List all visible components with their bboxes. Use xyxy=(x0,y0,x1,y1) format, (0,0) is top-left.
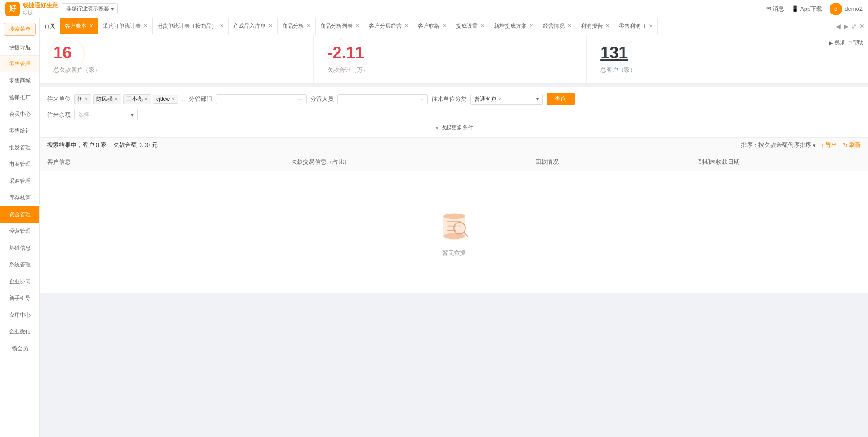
no-data-illustration xyxy=(432,207,477,243)
tab-goods-analysis-list[interactable]: 商品分析列表 ✕ xyxy=(316,18,364,34)
empty-icon xyxy=(432,207,477,243)
sidebar-item-vip[interactable]: 畅会员 xyxy=(0,340,39,357)
main-layout: 搜索菜单 快捷导航 零售管理 零售商城 营销推广 会员中心 零售统计 批发管理 … xyxy=(0,18,868,437)
tab-arrow-left[interactable]: ◀ xyxy=(834,23,842,30)
chevron-up-icon: ∧ xyxy=(435,125,439,131)
tab-production[interactable]: 产成品入库单 ✕ xyxy=(229,18,278,34)
filter-more-btn[interactable]: ... xyxy=(180,96,185,103)
tab-home[interactable]: 首页 xyxy=(40,18,60,34)
sidebar-item-finance[interactable]: 资金管理 xyxy=(0,206,39,223)
tab-close-operation-status[interactable]: ✕ xyxy=(567,23,571,29)
tab-profit-report[interactable]: 利润报告 ✕ xyxy=(576,18,614,34)
sort-select[interactable]: 排序：按欠款金额倒序排序 ▾ xyxy=(741,141,816,149)
top-bar-right: ✉ 消息 📱 App下载 d demo2 xyxy=(766,3,863,15)
col-due-date: 到期未收款日期 xyxy=(698,158,861,166)
tab-purchase-order[interactable]: 采购订单统计表 ✕ xyxy=(98,18,153,34)
top-bar-left: 好 畅捷通好生意 标版 母婴行业演示账套 ▾ xyxy=(5,2,118,16)
unit-type-tag-close[interactable]: ✕ xyxy=(498,96,502,102)
download-icon: 📱 xyxy=(791,5,799,12)
sidebar-item-retail-stat[interactable]: 零售统计 xyxy=(0,123,39,139)
tab-new-promotion[interactable]: 新增提成方案 ✕ xyxy=(489,18,538,34)
search-result-bar: 搜索结果中，客户 0 家 欠款金额 0.00 元 排序：按欠款金额倒序排序 ▾ … xyxy=(40,138,868,153)
sidebar-item-marketing[interactable]: 营销推广 xyxy=(0,89,39,106)
refresh-button[interactable]: ↻ 刷新 xyxy=(843,141,861,149)
tab-close-goods-analysis-list[interactable]: ✕ xyxy=(355,23,360,29)
tag-wu-close[interactable]: ✕ xyxy=(84,96,88,102)
tab-goods-analysis[interactable]: 商品分析 ✕ xyxy=(278,18,316,34)
tab-close-production[interactable]: ✕ xyxy=(269,23,273,29)
sidebar-item-retail[interactable]: 零售管理 xyxy=(0,56,39,72)
balance-filter-select[interactable]: 选择... ▾ xyxy=(74,109,138,120)
tab-retail-profit[interactable]: 零售利润（ ✕ xyxy=(614,18,658,34)
tab-bar: 首页 客户账本 ✕ 采购订单统计表 ✕ 进货单统计表（按商品） ✕ 产成品入库单… xyxy=(40,18,868,34)
tab-close-purchase-order[interactable]: ✕ xyxy=(144,23,148,29)
sidebar-item-enterprise-wx[interactable]: 企业微信 xyxy=(0,323,39,340)
tab-close-new-promotion[interactable]: ✕ xyxy=(529,23,533,29)
dept-more-icon: ··· xyxy=(298,96,302,102)
sidebar-item-operation[interactable]: 经营管理 xyxy=(0,223,39,240)
tab-promotion-settings[interactable]: 提成设置 ✕ xyxy=(451,18,489,34)
tab-close-customer-contact[interactable]: ✕ xyxy=(442,23,446,29)
tab-customer-contact[interactable]: 客户联络 ✕ xyxy=(413,18,451,34)
sidebar-item-ecommerce[interactable]: 电商管理 xyxy=(0,156,39,173)
tab-accounts[interactable]: 客户账本 ✕ xyxy=(60,18,98,34)
content-area: 首页 客户账本 ✕ 采购订单统计表 ✕ 进货单统计表（按商品） ✕ 产成品入库单… xyxy=(40,18,868,437)
account-selector[interactable]: 母婴行业演示账套 ▾ xyxy=(62,3,118,14)
tab-close-purchase-stat[interactable]: ✕ xyxy=(220,23,224,29)
tab-maximize[interactable]: ⤢ xyxy=(850,23,858,30)
tab-arrow-right[interactable]: ▶ xyxy=(842,23,850,30)
sidebar-item-new-guide[interactable]: 新手引导 xyxy=(0,290,39,307)
diamond-bg-icon: ✦ xyxy=(323,37,359,73)
search-menu-button[interactable]: 搜索菜单 xyxy=(4,23,36,36)
sidebar-item-app-center[interactable]: 应用中心 xyxy=(0,307,39,323)
svg-rect-10 xyxy=(621,59,624,63)
unit-type-select[interactable]: 普通客户 ✕ ▾ xyxy=(470,94,543,105)
query-button[interactable]: 查询 xyxy=(547,93,575,105)
tab-close-promotion-settings[interactable]: ✕ xyxy=(480,23,484,29)
tab-close-all[interactable]: ✕ xyxy=(858,23,866,30)
svg-rect-7 xyxy=(605,57,609,61)
tag-cjttcw-close[interactable]: ✕ xyxy=(171,96,175,102)
table-header: 客户信息 欠款交易信息（占比） 回款情况 到期未收款日期 xyxy=(40,153,868,171)
export-button[interactable]: ↑ 导出 xyxy=(821,141,838,149)
empty-state: 暂无数据 xyxy=(40,171,868,293)
tab-operation-status[interactable]: 经营情况 ✕ xyxy=(538,18,576,34)
person-filter-select[interactable]: ··· xyxy=(337,94,428,104)
svg-rect-5 xyxy=(619,41,632,71)
app-download-btn[interactable]: 📱 App下载 xyxy=(791,5,822,13)
sidebar-item-batch[interactable]: 批发管理 xyxy=(0,139,39,156)
tag-wang-close[interactable]: ✕ xyxy=(144,96,148,102)
sidebar-search-area: 搜索菜单 xyxy=(0,18,39,40)
help-link[interactable]: ? 帮助 xyxy=(849,39,863,47)
sidebar-item-system[interactable]: 系统管理 xyxy=(0,256,39,273)
dept-filter-select[interactable]: ··· xyxy=(216,94,307,104)
tab-customer-tier[interactable]: 客户分层经营 ✕ xyxy=(364,18,413,34)
stat-total-debt: ✦ -2.11 欠款合计（万） xyxy=(313,34,587,83)
sidebar-item-enterprise-coop[interactable]: 企业协同 xyxy=(0,273,39,290)
unit-filter-tags: 伍 ✕ 陈民强 ✕ 王小亮 ✕ cjttcw ✕ xyxy=(74,94,185,104)
col-customer-info: 客户信息 xyxy=(47,158,291,166)
page-content: ¥ 16 总欠款客户（家） ✦ -2.11 欠款合计（万） xyxy=(40,34,868,437)
table-container: 客户信息 欠款交易信息（占比） 回款情况 到期未收款日期 xyxy=(40,153,868,293)
tab-close-retail-profit[interactable]: ✕ xyxy=(649,23,653,29)
play-icon: ▶ xyxy=(829,40,833,46)
sidebar-item-retail-mall[interactable]: 零售商城 xyxy=(0,72,39,89)
sidebar-item-member[interactable]: 会员中心 xyxy=(0,106,39,123)
message-btn[interactable]: ✉ 消息 xyxy=(766,5,784,13)
tab-close-customer-tier[interactable]: ✕ xyxy=(404,23,408,29)
user-profile[interactable]: d demo2 xyxy=(830,3,863,15)
tab-close-goods-analysis[interactable]: ✕ xyxy=(307,23,311,29)
sidebar-item-inventory[interactable]: 库存核算 xyxy=(0,190,39,206)
svg-point-15 xyxy=(443,214,465,219)
person-filter-label: 分管人员 xyxy=(310,95,334,103)
sidebar-item-basic-info[interactable]: 基础信息 xyxy=(0,240,39,256)
quick-nav-button[interactable]: 快捷导航 xyxy=(0,40,39,56)
collapse-btn[interactable]: ∧ 收起更多条件 xyxy=(435,124,473,132)
tab-close-accounts[interactable]: ✕ xyxy=(89,23,93,29)
tab-purchase-stat[interactable]: 进货单统计表（按商品） ✕ xyxy=(153,18,229,34)
tab-close-profit-report[interactable]: ✕ xyxy=(605,23,609,29)
sidebar-item-purchase[interactable]: 采购管理 xyxy=(0,173,39,190)
svg-rect-11 xyxy=(626,46,630,49)
video-link[interactable]: ▶ 视频 xyxy=(829,39,845,47)
tag-chen-close[interactable]: ✕ xyxy=(114,96,118,102)
